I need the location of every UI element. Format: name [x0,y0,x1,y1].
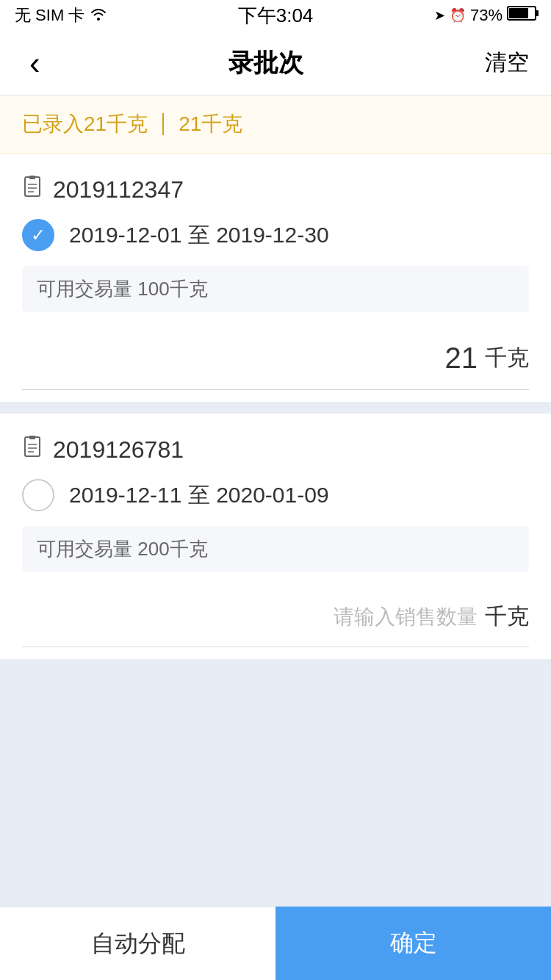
svg-rect-5 [25,437,40,456]
confirm-button[interactable]: 确定 [276,907,551,980]
radio-checked-1[interactable]: ✓ [22,219,54,251]
svg-rect-0 [25,177,40,196]
available-tag-1: 可用交易量 100千克 [22,266,529,312]
nav-bar: ‹ 录批次 清空 [0,31,551,96]
auto-distribute-button[interactable]: 自动分配 [0,907,276,980]
carrier-label: 无 SIM 卡 [15,4,84,26]
clear-button[interactable]: 清空 [485,48,529,78]
amount-unit-1: 千克 [485,343,529,373]
input-placeholder-2: 请输入销售数量 [334,603,478,631]
batch-id-1: 2019112347 [53,176,184,203]
input-row-2: 请输入销售数量 千克 [0,587,551,646]
amount-row-1: 千克 [0,327,551,389]
section-separator [0,402,551,414]
summary-bar: 已录入21千克 21千克 [0,96,551,154]
batch-id-2: 2019126781 [53,436,184,464]
summary-divider [162,113,164,135]
status-right: ➤ ⏰ 73% [434,6,536,25]
batch-header-2: 2019126781 [0,414,551,472]
svg-rect-1 [29,176,35,179]
page-title: 录批次 [228,46,303,80]
amount-input-1[interactable] [404,342,478,375]
battery-percent: 73% [470,6,503,25]
batch-header-1: 2019112347 [0,154,551,212]
radio-unchecked-2[interactable] [22,479,54,511]
battery-icon [507,6,536,25]
batch-icon-1 [22,176,46,204]
batch-date-2: 2019-12-11 至 2020-01-09 [69,480,329,511]
bottom-bar: 自动分配 确定 [0,907,551,980]
available-tag-2: 可用交易量 200千克 [22,526,529,572]
batch-date-1: 2019-12-01 至 2019-12-30 [69,220,329,251]
batch-icon-2 [22,436,46,464]
status-time: 下午3:04 [238,3,314,29]
status-bar: 无 SIM 卡 下午3:04 ➤ ⏰ 73% [0,0,551,31]
summary-value: 21千克 [179,110,242,138]
batch-date-row-2[interactable]: 2019-12-11 至 2020-01-09 [0,472,551,519]
batch-date-row-1[interactable]: ✓ 2019-12-01 至 2019-12-30 [0,212,551,259]
svg-rect-6 [29,436,35,439]
status-left: 无 SIM 卡 [15,4,107,26]
batch-card-2: 2019126781 2019-12-11 至 2020-01-09 可用交易量… [0,414,551,659]
check-icon-1: ✓ [31,225,46,245]
summary-label: 已录入21千克 [22,110,148,138]
location-icon: ➤ [434,7,445,24]
back-button[interactable]: ‹ [22,37,48,89]
input-unit-2: 千克 [485,602,529,632]
wifi-icon [90,6,107,25]
batch-card-1: 2019112347 ✓ 2019-12-01 至 2019-12-30 可用交… [0,154,551,402]
alarm-icon: ⏰ [450,7,466,24]
